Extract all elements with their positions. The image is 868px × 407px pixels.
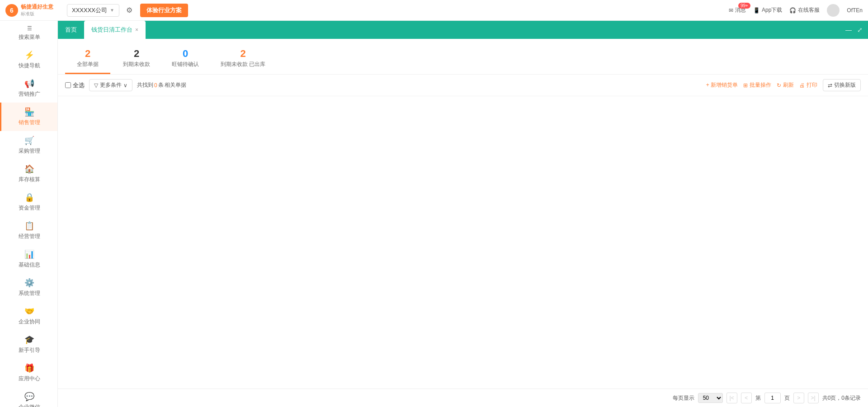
all-checkbox-input[interactable] xyxy=(65,82,71,88)
stat-count-shipped: 2 xyxy=(241,48,246,60)
sidebar-item-wechat[interactable]: 💬 企业微信 xyxy=(0,387,57,407)
sidebar-item-appstore[interactable]: 🎁 应用中心 xyxy=(0,359,57,387)
sidebar-item-label: 新手引导 xyxy=(19,346,40,354)
nav-tabs-actions: — ⤢ xyxy=(844,24,868,35)
sidebar-item-basic[interactable]: 📊 基础信息 xyxy=(0,245,57,273)
sales-icon: 🏪 xyxy=(24,107,34,117)
select-all-checkbox[interactable]: 全选 xyxy=(65,81,85,89)
main-layout: ☰ 搜索菜单 ⚡ 快捷导航 📢 营销推广 🏪 销售管理 🛒 采购管理 🏠 库存核… xyxy=(0,21,868,407)
toolbar-right: + 新增销货单 ⊞ 批量操作 ↻ 刷新 🖨 打印 xyxy=(706,79,861,91)
logo-area: 6 畅捷通好生意 标准版 xyxy=(5,4,63,17)
stat-tab-overdue[interactable]: 2 到期未收款 xyxy=(114,44,159,74)
content-area: 首页 钱货日清工作台 × — ⤢ 2 全部单据 xyxy=(58,21,868,407)
inventory-icon: 🏠 xyxy=(24,164,34,174)
next-page-button[interactable]: > xyxy=(793,393,804,403)
stat-count-all: 2 xyxy=(85,48,90,60)
appstore-icon: 🎁 xyxy=(24,363,34,373)
prev-page-button[interactable]: < xyxy=(741,393,752,403)
filter-label: 更多条件 xyxy=(100,81,122,89)
username: OfTEn xyxy=(847,7,863,14)
print-label: 打印 xyxy=(807,81,817,89)
sidebar-item-label: 库存核算 xyxy=(19,176,40,183)
message-badge: 99+ xyxy=(738,3,750,9)
add-sale-label: + 新增销货单 xyxy=(706,81,738,89)
sidebar-item-purchase[interactable]: 🛒 采购管理 xyxy=(0,131,57,159)
sidebar-item-label: 销售管理 xyxy=(19,119,40,126)
marketing-icon: 📢 xyxy=(24,79,34,89)
sidebar: ☰ 搜索菜单 ⚡ 快捷导航 📢 营销推广 🏪 销售管理 🛒 采购管理 🏠 库存核… xyxy=(0,21,58,407)
stat-label-pending: 旺铺待确认 xyxy=(172,61,199,68)
table-area xyxy=(58,96,868,388)
tab-home[interactable]: 首页 xyxy=(58,21,84,39)
footer-pagination: 每页显示 50 20 100 |< < 第 页 > >| 共0页，0条记录 xyxy=(58,388,868,407)
header-right: ✉ 消息 99+ 📱 App下载 🎧 在线客服 OfTEn xyxy=(729,4,863,17)
system-icon: ⚙️ xyxy=(24,278,34,288)
sidebar-item-guide[interactable]: 🎓 新手引导 xyxy=(0,330,57,359)
company-selector[interactable]: XXXXXX公司 ▼ xyxy=(67,4,119,17)
refresh-button[interactable]: ↻ 刷新 xyxy=(777,81,794,89)
tab-home-label: 首页 xyxy=(65,26,77,34)
wechat-icon: 💬 xyxy=(24,392,34,402)
operations-icon: 📋 xyxy=(24,221,34,231)
purchase-icon: 🛒 xyxy=(24,136,34,145)
sidebar-item-operations[interactable]: 📋 经营管理 xyxy=(0,216,57,245)
stat-tab-all[interactable]: 2 全部单据 xyxy=(65,44,110,74)
refresh-icon: ↻ xyxy=(777,82,781,89)
message-icon: ✉ xyxy=(729,7,733,14)
filter-button[interactable]: ▽ 更多条件 ∨ xyxy=(89,79,132,91)
sidebar-item-label: 应用中心 xyxy=(19,375,40,383)
online-service-label: 在线客服 xyxy=(798,6,820,14)
filter-icon: ▽ xyxy=(94,82,98,89)
minimize-icon[interactable]: — xyxy=(844,24,854,35)
message-button[interactable]: ✉ 消息 99+ xyxy=(729,6,746,14)
last-page-button[interactable]: >| xyxy=(808,393,819,403)
online-service-button[interactable]: 🎧 在线客服 xyxy=(789,6,820,14)
sidebar-item-label: 经营管理 xyxy=(19,233,40,240)
sidebar-item-enterprise[interactable]: 🤝 企业协同 xyxy=(0,302,57,330)
page-number-input[interactable] xyxy=(764,393,781,403)
batch-operation-button[interactable]: ⊞ 批量操作 xyxy=(743,81,771,89)
tab-active[interactable]: 钱货日清工作台 × xyxy=(84,21,146,39)
switch-label: 切换新版 xyxy=(834,81,856,89)
stat-tab-pending[interactable]: 0 旺铺待确认 xyxy=(163,44,208,74)
sidebar-item-label: 营销推广 xyxy=(19,90,40,98)
capital-icon: 🔒 xyxy=(24,192,34,202)
sidebar-item-quick-nav[interactable]: ⚡ 快捷导航 xyxy=(0,46,57,74)
page-prefix: 第 xyxy=(755,394,761,402)
sidebar-item-label: 基础信息 xyxy=(19,261,40,269)
stat-label-overdue: 到期未收款 xyxy=(123,61,150,68)
page-suffix: 页 xyxy=(784,394,790,402)
company-name: XXXXXX公司 xyxy=(72,6,107,14)
sidebar-item-label: 资金管理 xyxy=(19,204,40,212)
settings-icon[interactable]: ⚙ xyxy=(123,4,136,17)
sidebar-item-inventory[interactable]: 🏠 库存核算 xyxy=(0,159,57,188)
print-button[interactable]: 🖨 打印 xyxy=(799,81,817,89)
add-sale-button[interactable]: + 新增销货单 xyxy=(706,81,738,89)
sidebar-item-sales[interactable]: 🏪 销售管理 xyxy=(0,103,57,131)
stat-label-shipped: 到期未收款 已出库 xyxy=(221,61,265,68)
app-download-button[interactable]: 📱 App下载 xyxy=(753,6,782,14)
found-count: 共找到 0 条 相关单据 xyxy=(137,81,186,89)
app-name: 畅捷通好生意 xyxy=(21,4,53,11)
sidebar-item-label: 企业协同 xyxy=(19,318,40,326)
experience-button[interactable]: 体验行业方案 xyxy=(140,4,188,17)
sidebar-item-label: 采购管理 xyxy=(19,147,40,155)
tab-close-icon[interactable]: × xyxy=(135,27,138,33)
per-page-select[interactable]: 50 20 100 xyxy=(698,393,723,403)
found-number: 0 xyxy=(154,82,157,89)
expand-icon[interactable]: ⤢ xyxy=(855,24,864,35)
search-menu-icon: ☰ xyxy=(27,25,32,32)
avatar[interactable] xyxy=(827,4,840,17)
sidebar-item-marketing[interactable]: 📢 营销推广 xyxy=(0,74,57,103)
sidebar-item-search-menu[interactable]: ☰ 搜索菜单 xyxy=(0,21,57,46)
app-download-label: App下载 xyxy=(762,6,782,14)
top-header: 6 畅捷通好生意 标准版 XXXXXX公司 ▼ ⚙ 体验行业方案 ✉ 消息 99… xyxy=(0,0,868,21)
total-info: 共0页，0条记录 xyxy=(822,394,861,402)
stats-tabs: 2 全部单据 2 到期未收款 0 旺铺待确认 2 到期未收款 已出库 xyxy=(58,39,868,75)
switch-version-button[interactable]: ⇄ 切换新版 xyxy=(823,79,861,91)
stat-tab-shipped[interactable]: 2 到期未收款 已出库 xyxy=(212,44,274,74)
sidebar-item-system[interactable]: ⚙️ 系统管理 xyxy=(0,273,57,302)
first-page-button[interactable]: |< xyxy=(726,393,737,403)
sidebar-item-label: 系统管理 xyxy=(19,290,40,297)
sidebar-item-capital[interactable]: 🔒 资金管理 xyxy=(0,188,57,216)
